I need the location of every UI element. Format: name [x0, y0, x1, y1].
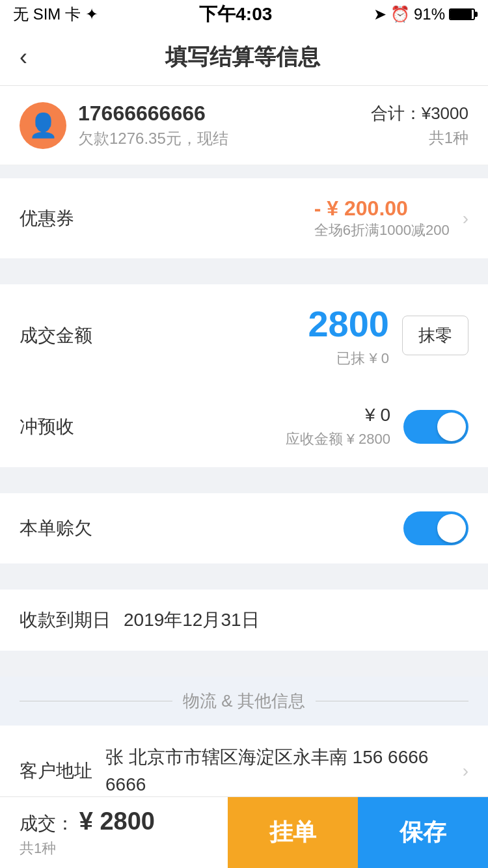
- coupon-value: - ¥ 200.00: [314, 197, 450, 221]
- status-time: 下午4:03: [199, 2, 272, 27]
- customer-right: 合计：¥3000 共1种: [371, 102, 468, 148]
- total-count: 共1种: [371, 128, 468, 148]
- due-date-row: 收款到期日 2019年12月31日: [0, 590, 488, 651]
- coupon-value-group: - ¥ 200.00 全场6折满1000减200: [314, 197, 450, 240]
- location-icon: ➤: [373, 5, 386, 23]
- main-content: 👤 17666666666 欠款1276.35元，现结 合计：¥3000 共1种…: [0, 86, 488, 868]
- logistics-line-right: [316, 701, 468, 701]
- deal-right: 2800 已抹 ¥ 0 抹零: [308, 303, 468, 368]
- bottom-summary: 成交： ¥ 2800 共1种: [0, 807, 228, 858]
- deal-section: 成交金额 2800 已抹 ¥ 0 抹零 冲预收 ¥ 0 应收金额 ¥ 2800: [0, 284, 488, 467]
- divider-2: [0, 480, 488, 493]
- address-chevron-icon: ›: [463, 761, 468, 781]
- address-value: 张 北京市市辖区海淀区永丰南 156 6666 6666: [105, 744, 457, 798]
- sim-label: 无 SIM 卡 ✦: [13, 4, 98, 25]
- bottom-deal-line: 成交： ¥ 2800: [20, 807, 208, 836]
- battery-icon: [449, 8, 475, 20]
- logistics-header: 物流 & 其他信息: [0, 677, 488, 726]
- chongyu-sub: 应收金额 ¥ 2800: [286, 429, 390, 449]
- logistics-line-left: [20, 701, 172, 701]
- total-label: 合计：¥3000: [371, 102, 468, 125]
- back-button[interactable]: ‹: [20, 46, 27, 69]
- coupon-sub: 全场6折满1000减200: [314, 221, 450, 240]
- bottom-amount: ¥ 2800: [79, 807, 155, 835]
- chongyu-value: ¥ 0: [365, 405, 390, 426]
- deal-amount-group: 2800 已抹 ¥ 0: [308, 303, 389, 368]
- status-left: 无 SIM 卡 ✦: [13, 4, 98, 25]
- battery-fill: [450, 10, 472, 19]
- battery-percent: 91%: [414, 5, 445, 23]
- status-bar: 无 SIM 卡 ✦ 下午4:03 ➤ ⏰ 91%: [0, 0, 488, 29]
- coupon-right: - ¥ 200.00 全场6折满1000减200 ›: [314, 197, 468, 240]
- deal-amount-value: 2800: [308, 303, 389, 345]
- bottom-count: 共1种: [20, 839, 208, 858]
- customer-left: 👤 17666666666 欠款1276.35元，现结: [20, 102, 228, 149]
- coupon-chevron-icon: ›: [463, 208, 468, 229]
- chongyu-right-wrap: ¥ 0 应收金额 ¥ 2800: [286, 405, 468, 449]
- chongyu-row: 冲预收 ¥ 0 应收金额 ¥ 2800: [0, 387, 488, 467]
- customer-card: 👤 17666666666 欠款1276.35元，现结 合计：¥3000 共1种: [0, 86, 488, 165]
- chongyu-values: ¥ 0 应收金额 ¥ 2800: [286, 405, 390, 449]
- round-button[interactable]: 抹零: [402, 316, 468, 355]
- customer-phone: 17666666666: [78, 102, 228, 126]
- coupon-label: 优惠券: [20, 206, 74, 231]
- deal-amount-row: 成交金额 2800 已抹 ¥ 0 抹零: [0, 284, 488, 387]
- nav-bar: ‹ 填写结算等信息: [0, 29, 488, 86]
- bendan-toggle[interactable]: [403, 511, 468, 545]
- save-button[interactable]: 保存: [358, 797, 488, 869]
- divider-1: [0, 271, 488, 284]
- alarm-icon: ⏰: [390, 5, 410, 23]
- bendan-toggle-circle: [437, 514, 466, 543]
- deal-already-label: 已抹 ¥ 0: [308, 349, 389, 368]
- page-title: 填写结算等信息: [40, 42, 445, 72]
- bendan-row: 本单赊欠: [0, 493, 488, 563]
- toggle-circle: [437, 413, 466, 441]
- bottom-deal-label: 成交：: [20, 813, 74, 834]
- divider-3: [0, 576, 488, 590]
- due-value: 2019年12月31日: [124, 608, 260, 632]
- total-value-inline: ¥3000: [422, 103, 468, 123]
- customer-desc: 欠款1276.35元，现结: [78, 128, 228, 149]
- coupon-row[interactable]: 优惠券 - ¥ 200.00 全场6折满1000减200 ›: [0, 178, 488, 258]
- customer-info: 17666666666 欠款1276.35元，现结: [78, 102, 228, 149]
- bendan-section: 本单赊欠: [0, 493, 488, 563]
- chongyu-label: 冲预收: [20, 414, 74, 439]
- chongyu-toggle[interactable]: [403, 410, 468, 444]
- bendan-label: 本单赊欠: [20, 516, 92, 541]
- avatar-icon: 👤: [29, 114, 58, 137]
- avatar: 👤: [20, 102, 66, 149]
- logistics-label: 物流 & 其他信息: [183, 690, 305, 712]
- bottom-bar: 成交： ¥ 2800 共1种 挂单 保存: [0, 796, 488, 868]
- status-right: ➤ ⏰ 91%: [373, 5, 475, 23]
- due-label: 收款到期日: [20, 608, 111, 632]
- deal-label: 成交金额: [20, 323, 92, 348]
- hang-button[interactable]: 挂单: [228, 797, 358, 869]
- address-label: 客户地址: [20, 759, 92, 783]
- divider-4: [0, 664, 488, 677]
- coupon-section: 优惠券 - ¥ 200.00 全场6折满1000减200 ›: [0, 178, 488, 258]
- due-date-section: 收款到期日 2019年12月31日: [0, 590, 488, 651]
